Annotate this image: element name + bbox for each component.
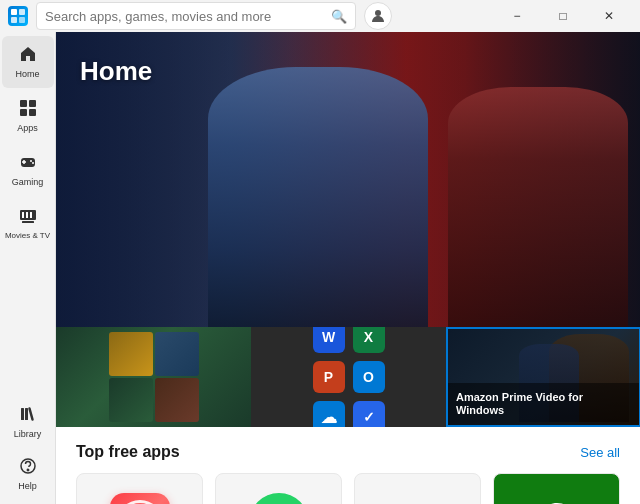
section-title: Top free apps: [76, 443, 180, 461]
sidebar-item-apps-label: Apps: [17, 124, 38, 134]
hero-people: [116, 32, 640, 327]
carousel-item-amazon[interactable]: Amazon Prime Video for Windows: [446, 327, 640, 427]
svg-rect-20: [21, 408, 24, 420]
hero-silhouette-right: [448, 87, 628, 327]
svg-rect-6: [29, 100, 36, 107]
ppt-icon: P: [313, 361, 345, 393]
sidebar-item-gaming[interactable]: Gaming: [2, 144, 54, 196]
svg-rect-5: [20, 100, 27, 107]
gaming-icon: [19, 153, 37, 176]
svg-rect-19: [30, 212, 32, 218]
sidebar-item-gaming-label: Gaming: [12, 178, 44, 188]
sidebar: Home Apps: [0, 32, 56, 504]
sidebar-item-home-label: Home: [15, 70, 39, 80]
sidebar-item-apps[interactable]: Apps: [2, 90, 54, 142]
onedrive-icon: ☁: [313, 401, 345, 427]
sidebar-item-movies-tv-label: Movies & TV: [5, 232, 50, 241]
sidebar-item-library[interactable]: Library: [2, 396, 54, 448]
close-button[interactable]: ✕: [586, 0, 632, 32]
search-input[interactable]: [45, 9, 331, 24]
app-card-apple-music[interactable]: [76, 473, 203, 504]
apps-grid: NETFLIX: [76, 473, 620, 504]
search-icon: 🔍: [331, 9, 347, 24]
amazon-title: Amazon Prime Video for Windows: [456, 391, 631, 417]
office-icons: W X P O ☁ ✓: [313, 327, 385, 427]
carousel-item-office[interactable]: W X P O ☁ ✓: [251, 327, 446, 427]
sidebar-bottom: Library Help: [2, 396, 54, 504]
amazon-overlay: Amazon Prime Video for Windows: [448, 383, 639, 425]
sidebar-item-library-label: Library: [14, 430, 42, 440]
hero-title: Home: [80, 56, 152, 87]
apps-icon: [19, 99, 37, 122]
home-icon: [19, 45, 37, 68]
app-card-xbox[interactable]: [493, 473, 620, 504]
titlebar: 🔍 − □ ✕: [0, 0, 640, 32]
top-free-apps-section: Top free apps See all: [56, 427, 640, 504]
see-all-link[interactable]: See all: [580, 445, 620, 460]
xbox-icon: [532, 498, 582, 504]
movies-tv-icon: [19, 207, 37, 230]
help-icon: [19, 457, 37, 480]
app-card-netflix[interactable]: NETFLIX: [354, 473, 481, 504]
svg-rect-3: [19, 17, 25, 23]
outlook-icon: O: [353, 361, 385, 393]
sidebar-item-help-label: Help: [18, 482, 37, 492]
carousel-item-game[interactable]: [56, 327, 251, 427]
titlebar-left: 🔍: [8, 2, 392, 30]
hero-banner: Home: [56, 32, 640, 327]
svg-rect-7: [20, 109, 27, 116]
word-icon: W: [313, 327, 345, 353]
apple-music-icon: [110, 493, 170, 504]
sidebar-item-home[interactable]: Home: [2, 36, 54, 88]
svg-rect-16: [22, 221, 34, 223]
todo-icon: ✓: [353, 401, 385, 427]
svg-rect-21: [25, 408, 28, 420]
svg-rect-18: [26, 212, 28, 218]
content-area: Home W X P: [56, 32, 640, 504]
maximize-button[interactable]: □: [540, 0, 586, 32]
sidebar-item-movies-tv[interactable]: Movies & TV: [2, 198, 54, 250]
window-controls: − □ ✕: [494, 0, 632, 32]
svg-point-13: [32, 162, 34, 164]
svg-rect-1: [19, 9, 25, 15]
svg-rect-2: [11, 17, 17, 23]
store-icon: [8, 6, 28, 26]
featured-carousel: W X P O ☁ ✓ Amazon Prime Video for Windo…: [56, 327, 640, 427]
whatsapp-icon: [249, 493, 309, 504]
search-box[interactable]: 🔍: [36, 2, 356, 30]
sidebar-item-help[interactable]: Help: [2, 448, 54, 500]
app-card-whatsapp[interactable]: [215, 473, 342, 504]
svg-rect-8: [29, 109, 36, 116]
svg-point-4: [375, 10, 381, 16]
svg-rect-0: [11, 9, 17, 15]
section-header: Top free apps See all: [76, 443, 620, 461]
svg-point-12: [30, 160, 32, 162]
profile-button[interactable]: [364, 2, 392, 30]
svg-point-23: [27, 469, 28, 470]
main-layout: Home Apps: [0, 32, 640, 504]
hero-silhouette-mid: [208, 67, 428, 327]
minimize-button[interactable]: −: [494, 0, 540, 32]
library-icon: [19, 405, 37, 428]
excel-icon: X: [353, 327, 385, 353]
svg-rect-17: [22, 212, 24, 218]
